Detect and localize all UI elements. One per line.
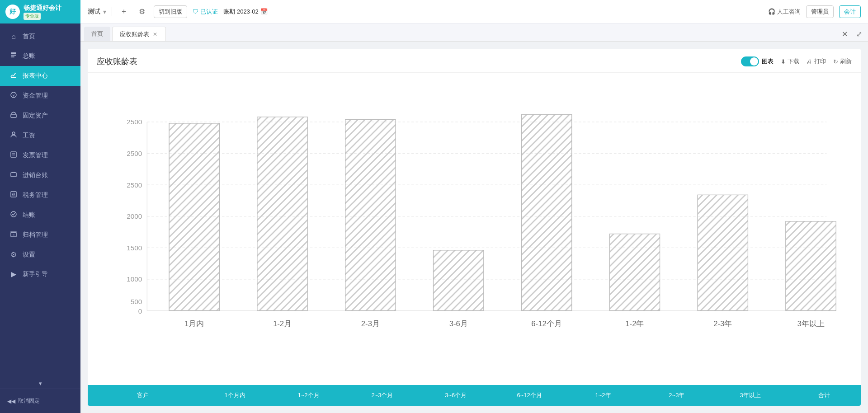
- settings-icon: ⚙: [9, 250, 18, 259]
- refresh-button[interactable]: ↻ 刷新: [833, 57, 852, 66]
- sidebar-item-tax[interactable]: 税 税务管理: [0, 185, 80, 205]
- sidebar-item-label: 总账: [23, 52, 35, 60]
- th-total: 合计: [787, 385, 861, 406]
- sidebar-item-label: 固定资产: [23, 112, 48, 120]
- chart-toggle-label: 图表: [762, 57, 774, 66]
- chart-toggle[interactable]: 图表: [741, 56, 774, 66]
- svg-rect-16: [11, 231, 16, 233]
- bar-chart: 2500 2500 2500 2000 1500 1000 500 0: [97, 80, 852, 378]
- settle-icon: [9, 211, 18, 220]
- sidebar-item-report[interactable]: 报表中心: [0, 66, 80, 86]
- sidebar-item-settle[interactable]: 结账: [0, 205, 80, 225]
- project-selector[interactable]: 测试 ▾: [88, 8, 106, 16]
- sidebar-item-label: 报表中心: [23, 72, 48, 80]
- plus-icon: ＋: [120, 7, 127, 16]
- th-3year-plus: 3年以上: [713, 385, 787, 406]
- svg-rect-11: [11, 173, 16, 177]
- tab-aging-close[interactable]: ✕: [152, 30, 158, 38]
- tabbar: 首页 应收账龄表 ✕ ✕ ⤢: [80, 23, 868, 42]
- guide-icon: ▶: [9, 270, 18, 278]
- svg-text:2000: 2000: [127, 212, 142, 220]
- sidebar-item-archive[interactable]: 归档管理: [0, 225, 80, 245]
- pin-icon: ◀◀: [7, 398, 15, 404]
- switch-old-label: 切到旧版: [159, 8, 182, 15]
- switch-old-button[interactable]: 切到旧版: [154, 5, 187, 18]
- add-button[interactable]: ＋: [118, 5, 130, 18]
- svg-text:6-12个月: 6-12个月: [531, 319, 561, 328]
- svg-rect-6: [11, 114, 16, 117]
- role-label: 会计: [844, 8, 856, 15]
- svg-rect-38: [434, 250, 484, 311]
- home-icon: ⌂: [9, 33, 18, 41]
- sidebar-item-ledger[interactable]: 总账: [0, 46, 80, 66]
- sidebar-bottom: ◀◀ 取消固定: [0, 389, 80, 413]
- headset-icon: 🎧: [768, 8, 775, 15]
- table-header: 客户 1个月内 1~2个月 2~3个月 3~6个月 6~12个月 1~2年 2~…: [88, 385, 861, 406]
- sidebar-item-invoice[interactable]: 发票管理: [0, 145, 80, 165]
- th-customer: 客户: [88, 385, 198, 406]
- toggle-track[interactable]: [741, 56, 759, 66]
- download-button[interactable]: ⬇ 下载: [781, 57, 799, 66]
- sidebar-item-label: 资金管理: [23, 92, 48, 100]
- cancel-fix-label: 取消固定: [18, 397, 40, 405]
- sidebar-item-settings[interactable]: ⚙ 设置: [0, 245, 80, 264]
- print-button[interactable]: 🖨 打印: [807, 57, 826, 66]
- role-button[interactable]: 会计: [839, 5, 861, 18]
- sidebar-item-label: 首页: [23, 33, 35, 41]
- svg-text:1000: 1000: [127, 275, 142, 283]
- svg-rect-1: [11, 55, 16, 56]
- svg-rect-40: [609, 234, 660, 311]
- sidebar-scroll-down[interactable]: ▾: [0, 378, 80, 389]
- calendar-icon[interactable]: 📅: [260, 8, 268, 15]
- shield-icon: 🛡: [193, 8, 198, 15]
- payroll-icon: [9, 131, 18, 140]
- download-label: 下载: [788, 57, 799, 66]
- svg-text:1500: 1500: [127, 244, 142, 252]
- ledger-icon: [9, 52, 18, 61]
- svg-rect-36: [257, 117, 307, 311]
- sidebar-item-label: 工资: [23, 131, 35, 140]
- svg-rect-35: [169, 123, 219, 311]
- sidebar-item-label: 发票管理: [23, 151, 48, 160]
- svg-text:1月内: 1月内: [184, 319, 204, 328]
- sidebar-item-label: 新手引导: [23, 270, 48, 278]
- tab-home[interactable]: 首页: [84, 27, 110, 41]
- consult-label: 人工咨询: [777, 8, 801, 16]
- consult-button[interactable]: 🎧 人工咨询: [768, 8, 801, 16]
- print-label: 打印: [814, 57, 826, 66]
- svg-rect-2: [11, 56, 14, 57]
- svg-text:1-2月: 1-2月: [273, 319, 292, 328]
- page-content: 应收账龄表 图表 ⬇ 下载 🖨 打印: [80, 42, 868, 413]
- settings-button[interactable]: ⚙: [136, 5, 148, 18]
- user-button[interactable]: 管理员: [806, 5, 834, 18]
- sidebar-item-payroll[interactable]: 工资: [0, 126, 80, 145]
- project-name: 测试: [88, 8, 100, 16]
- sidebar-item-fund[interactable]: ¥ 资金管理: [0, 86, 80, 106]
- th-1month: 1个月内: [198, 385, 272, 406]
- sidebar-item-guide[interactable]: ▶ 新手引导: [0, 264, 80, 284]
- sidebar-item-label: 设置: [23, 251, 35, 259]
- cancel-fix-button[interactable]: ◀◀ 取消固定: [0, 394, 80, 408]
- svg-text:3-6月: 3-6月: [449, 319, 468, 328]
- sidebar-item-sales[interactable]: 进销台账: [0, 165, 80, 185]
- svg-text:2500: 2500: [127, 118, 142, 126]
- sidebar-logo: 好 畅捷通好会计 专业版: [0, 0, 80, 23]
- tab-expand-button[interactable]: ⤢: [854, 28, 864, 39]
- svg-rect-37: [345, 119, 396, 310]
- chart-area: 2500 2500 2500 2000 1500 1000 500 0: [88, 73, 861, 385]
- sidebar-item-home[interactable]: ⌂ 首页: [0, 27, 80, 46]
- sidebar: 好 畅捷通好会计 专业版 ⌂ 首页 总账 报表中心 ¥ 资金管理: [0, 0, 80, 413]
- period-label: 账期: [223, 8, 235, 16]
- sidebar-item-asset[interactable]: 固定资产: [0, 106, 80, 126]
- tab-aging[interactable]: 应收账龄表 ✕: [112, 27, 166, 41]
- sidebar-item-label: 归档管理: [23, 231, 48, 239]
- page-title: 应收账龄表: [97, 56, 137, 67]
- svg-text:2-3月: 2-3月: [361, 319, 380, 328]
- main-content: 测试 ▾ ＋ ⚙ 切到旧版 🛡 已认证 账期 2023-02 📅 🎧 人工咨询: [80, 0, 868, 413]
- svg-rect-41: [698, 195, 748, 310]
- sidebar-nav: ⌂ 首页 总账 报表中心 ¥ 资金管理 固定资产: [0, 23, 80, 378]
- tab-close-all-button[interactable]: ✕: [839, 28, 850, 39]
- svg-point-7: [12, 132, 15, 135]
- toggle-thumb: [750, 57, 758, 66]
- svg-text:税: 税: [12, 192, 15, 197]
